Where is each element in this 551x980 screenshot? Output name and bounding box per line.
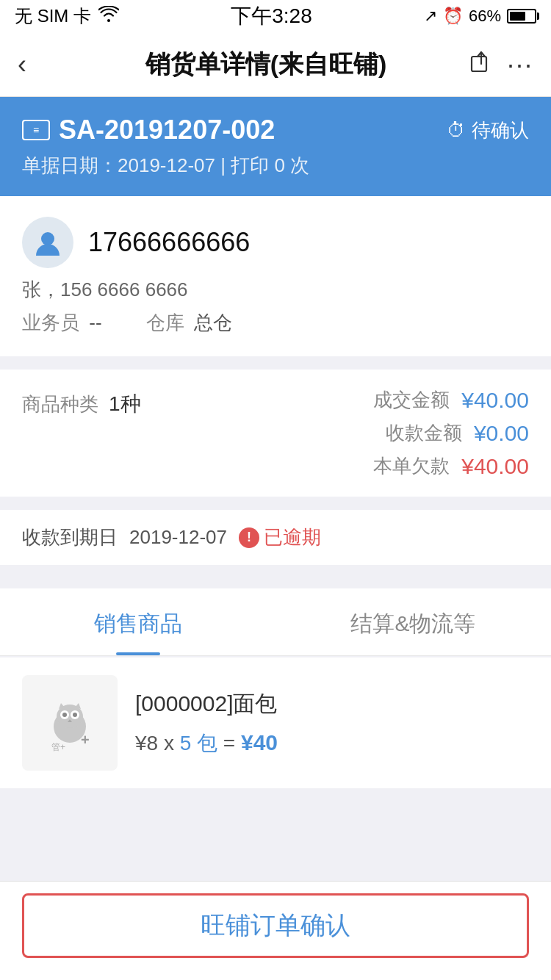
tab-settlement[interactable]: 结算&物流等 (276, 588, 551, 655)
salesperson-label: 业务员 (22, 311, 79, 334)
tab-products[interactable]: 销售商品 (0, 588, 276, 655)
due-date-label: 收款到期日 (22, 525, 118, 550)
svg-point-9 (73, 713, 77, 717)
divider-3 (0, 565, 551, 577)
transaction-amount-label: 成交金额 (373, 387, 450, 413)
share-icon[interactable] (470, 51, 492, 78)
svg-point-7 (62, 713, 67, 717)
summary-right: 成交金额 ¥40.00 收款金额 ¥0.00 本单欠款 ¥40.00 (373, 387, 529, 479)
salesperson-field: 业务员 -- (22, 310, 102, 336)
alarm-icon: ⏰ (443, 7, 463, 26)
quantity-value: 5 (180, 732, 192, 754)
transaction-amount-value: ¥40.00 (461, 388, 529, 413)
nav-bar: ‹ 销货单详情(来自旺铺) ··· (0, 32, 551, 97)
warehouse-value: 总仓 (194, 311, 232, 334)
product-info: [0000002]面包 ¥8 x 5 包 = ¥40 (135, 689, 529, 757)
transaction-amount-row: 成交金额 ¥40.00 (373, 387, 529, 413)
overdue-icon: ! (239, 527, 259, 548)
avatar (22, 217, 73, 268)
summary-section: 商品种类 1种 成交金额 ¥40.00 收款金额 ¥0.00 本单欠款 ¥40.… (0, 370, 551, 497)
owed-amount-value: ¥40.00 (461, 454, 529, 479)
owed-amount-label: 本单欠款 (373, 453, 450, 479)
overdue-badge: ! 已逾期 (239, 525, 321, 550)
divider-2 (0, 498, 551, 510)
order-icon: ≡ (22, 120, 50, 140)
products-section: + 管+ [0000002]面包 ¥8 x 5 包 = ¥40 (0, 657, 551, 788)
order-banner-top: ≡ SA-20191207-002 ⏱ 待确认 (22, 115, 529, 145)
product-price-formula: ¥8 x 5 包 = ¥40 (135, 729, 529, 757)
customer-card: 17666666666 张，156 6666 6666 业务员 -- 仓库 总仓 (0, 196, 551, 356)
multiply-sign: x (164, 732, 180, 754)
product-name: [0000002]面包 (135, 689, 529, 719)
svg-rect-0 (472, 57, 486, 71)
warehouse-field: 仓库 总仓 (146, 310, 232, 336)
overdue-label: 已逾期 (264, 525, 321, 550)
page-title: 销货单详情(来自旺铺) (62, 48, 470, 82)
received-amount-row: 收款金额 ¥0.00 (386, 420, 529, 446)
confirm-order-button[interactable]: 旺铺订单确认 (22, 893, 529, 958)
table-row: + 管+ [0000002]面包 ¥8 x 5 包 = ¥40 (0, 657, 551, 788)
salesperson-value: -- (89, 311, 101, 334)
svg-text:+: + (81, 732, 90, 748)
unit-label: 包 (197, 732, 217, 754)
divider-1 (0, 358, 551, 370)
customer-info: 张，156 6666 6666 (22, 277, 529, 303)
back-button[interactable]: ‹ (18, 49, 62, 80)
price-base: ¥8 (135, 732, 158, 754)
status-right: ↗ ⏰ 66% (424, 7, 536, 26)
status-left: 无 SIM 卡 (15, 4, 119, 28)
battery-icon (507, 9, 536, 24)
clock-icon: ⏱ (447, 119, 466, 142)
received-amount-value: ¥0.00 (474, 421, 529, 446)
customer-meta: 业务员 -- 仓库 总仓 (22, 310, 529, 336)
status-time: 下午3:28 (231, 2, 312, 30)
nav-actions: ··· (470, 49, 533, 80)
status-bar: 无 SIM 卡 下午3:28 ↗ ⏰ 66% (0, 0, 551, 32)
customer-phone: 17666666666 (88, 227, 250, 258)
svg-point-2 (41, 232, 54, 245)
wifi-icon (98, 6, 119, 26)
price-total: ¥40 (241, 730, 278, 754)
order-id: ≡ SA-20191207-002 (22, 115, 275, 145)
svg-text:管+: 管+ (51, 742, 65, 752)
carrier-label: 无 SIM 卡 (15, 4, 91, 28)
owed-amount-row: 本单欠款 ¥40.00 (373, 453, 529, 479)
product-thumbnail: + 管+ (22, 675, 118, 771)
due-date-value: 2019-12-07 (129, 526, 227, 549)
received-amount-label: 收款金额 (386, 420, 462, 446)
customer-top: 17666666666 (22, 217, 529, 268)
product-types-label: 商品种类 (22, 392, 98, 417)
bottom-bar: 旺铺订单确认 (0, 881, 551, 980)
bottom-spacer (0, 788, 551, 876)
battery-percentage: 66% (469, 7, 501, 26)
summary-left: 商品种类 1种 (22, 387, 373, 418)
more-icon[interactable]: ··· (507, 49, 533, 80)
product-types-value: 1种 (109, 390, 141, 418)
tabs-container: 销售商品 结算&物流等 (0, 588, 551, 656)
equals-sign: = (223, 732, 241, 754)
location-icon: ↗ (424, 7, 437, 26)
warehouse-label: 仓库 (146, 311, 184, 334)
order-banner: ≡ SA-20191207-002 ⏱ 待确认 单据日期：2019-12-07 … (0, 97, 551, 196)
order-date: 单据日期：2019-12-07 | 打印 0 次 (22, 153, 529, 179)
due-date-section: 收款到期日 2019-12-07 ! 已逾期 (0, 510, 551, 565)
order-status: ⏱ 待确认 (447, 118, 529, 143)
